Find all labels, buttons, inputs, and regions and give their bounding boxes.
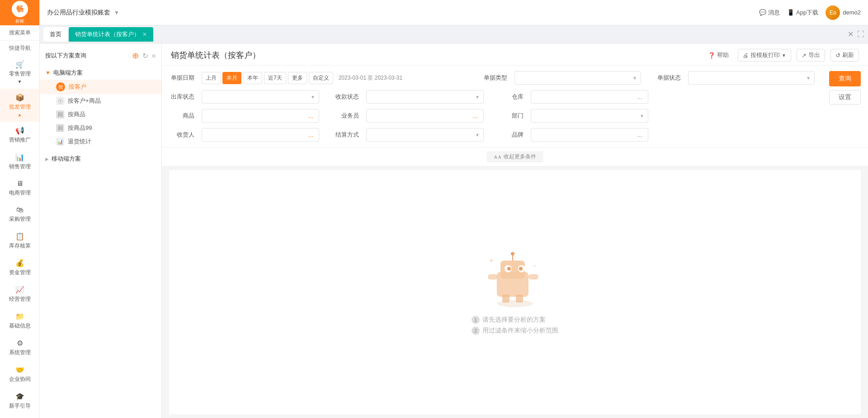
collapse-panel-icon[interactable]: « (152, 52, 156, 60)
user-profile[interactable]: Ea demo2 (826, 5, 861, 20)
sidebar-quick-nav[interactable]: 快捷导航 (0, 41, 39, 56)
sidebar-item-basics[interactable]: 📁 基础信息 (0, 308, 39, 334)
close-window-icon[interactable]: ✕ (848, 30, 854, 38)
message-button[interactable]: 💬 消息 (759, 9, 780, 17)
help-button[interactable]: ❓ 帮助 (704, 49, 732, 61)
empty-hint-2: 2 用过滤条件来缩小分析范围 (472, 327, 558, 335)
date-range-text: 2023-03-01 至 2023-03-31 (339, 74, 402, 82)
filter-and-buttons: 单据日期 上月 本月 本年 近7天 更多 自定义 2023-03-01 至 20… (162, 66, 868, 147)
print-button[interactable]: 🖨 按模板打印 ▼ (738, 49, 791, 62)
consignee-dots[interactable]: ... (306, 131, 315, 138)
topbar-title: 办公用品行业模拟账套 (47, 9, 110, 17)
tab-close-icon[interactable]: ✕ (142, 31, 147, 38)
brand-select[interactable]: ... (531, 128, 648, 142)
receipt-status-select[interactable]: ▼ (366, 90, 484, 104)
empty-illustration: ✦ ✦ (483, 247, 547, 310)
doc-type-label: 单据类型 (482, 74, 507, 82)
doc-status-label: 单据状态 (656, 74, 681, 82)
topbar: 办公用品行业模拟账套 ▼ 💬 消息 📱 App下载 Ea demo2 (40, 0, 868, 25)
refresh-button[interactable]: ↺ 刷新 (830, 49, 859, 62)
tree-child-goods99[interactable]: 回 按商品99 (40, 121, 161, 135)
out-status-select[interactable]: ▼ (202, 90, 319, 104)
tree-child-customer-goods[interactable]: ㊉ 按客户+商品 (40, 94, 161, 108)
staff-dots[interactable]: ... (471, 112, 480, 119)
doc-status-select[interactable]: ▼ (688, 71, 815, 85)
scheme-icon-text: 按 (58, 84, 63, 90)
query-button[interactable]: 查询 (829, 71, 861, 86)
settlement-select[interactable]: ▼ (366, 128, 484, 142)
doc-type-select[interactable]: ▼ (514, 71, 641, 85)
sidebar-item-appcenter[interactable]: 🔲 应用中心 (0, 414, 39, 418)
left-panel-actions: ⊕ ↻ « (132, 51, 156, 61)
sidebar-item-finance[interactable]: 💰 资金管理 (0, 254, 39, 281)
date-btn-this-year[interactable]: 本年 (243, 72, 262, 84)
goods-dots[interactable]: ... (306, 112, 315, 119)
tree-child-by-customer[interactable]: 按 按客户 (40, 80, 161, 94)
date-picker-group: 上月 本月 本年 近7天 更多 自定义 2023-03-01 至 2023-03… (202, 72, 467, 84)
date-btn-last-month[interactable]: 上月 (202, 72, 221, 84)
warehouse-select[interactable]: ... (531, 90, 648, 104)
dept-select[interactable]: ▼ (531, 109, 648, 123)
svg-rect-11 (502, 294, 509, 303)
date-btn-more[interactable]: 更多 (288, 72, 307, 84)
add-scheme-icon[interactable]: ⊕ (132, 51, 139, 61)
sidebar-item-purchase[interactable]: 🛍 采购管理 (0, 201, 39, 228)
receipt-status-arrow-icon: ▼ (475, 95, 480, 100)
search-menu-label[interactable]: 搜索菜单 (9, 29, 31, 36)
tab-home[interactable]: 首页 (43, 27, 68, 42)
warehouse-dots[interactable]: ... (635, 93, 644, 100)
sidebar-item-label: 批发管理 (9, 103, 31, 111)
filter-row-3: 商品 ... 业务员 ... 部门 ▼ (169, 109, 815, 123)
expand-icon: ▼ (18, 79, 22, 84)
tree-child-by-goods[interactable]: 回 按商品 (40, 108, 161, 121)
warehouse-label: 仓库 (498, 93, 524, 101)
maximize-icon[interactable]: ⛶ (857, 30, 864, 38)
settings-button[interactable]: 设置 (829, 90, 861, 104)
sidebar-item-guide[interactable]: 🎓 新手引导 (0, 388, 39, 414)
settlement-label: 结算方式 (334, 131, 359, 139)
sidebar-item-operations[interactable]: 📈 经营管理 (0, 281, 39, 308)
brand-dots[interactable]: ... (635, 131, 644, 138)
collapse-label: 收起更多条件 (504, 153, 536, 161)
empty-hint-1: 1 请先选择要分析的方案 (472, 316, 558, 324)
quick-nav-label[interactable]: 快捷导航 (9, 45, 31, 51)
dropdown-arrow-icon[interactable]: ▼ (114, 10, 119, 16)
left-panel-header: 按以下方案查询 ⊕ ↻ « (40, 47, 161, 64)
tree-child-label: 按客户+商品 (68, 97, 101, 105)
sidebar-item-sales[interactable]: 📊 销售管理 (0, 148, 39, 175)
consignee-select[interactable]: ... (202, 128, 319, 142)
sidebar-item-retail[interactable]: 🛒 零售管理 ▼ (0, 56, 39, 89)
refresh-scheme-icon[interactable]: ↻ (142, 52, 148, 60)
scheme-icon-goods99: 回 (56, 124, 64, 132)
print-icon: 🖨 (743, 52, 749, 59)
sidebar-item-marketing[interactable]: 📢 营销推广 (0, 122, 39, 148)
tab-sales-stats[interactable]: 销货单统计表（按客户） ✕ (69, 27, 153, 42)
sidebar-item-label: 系统管理 (9, 349, 31, 356)
sidebar-item-system[interactable]: ⚙ 系统管理 (0, 334, 39, 361)
staff-select[interactable]: ... (366, 109, 484, 123)
receipt-status-label: 收款状态 (334, 93, 359, 101)
sidebar: 畅 标账 搜索菜单 快捷导航 🛒 零售管理 ▼ 📦 批发管理 ▲ 📢 营销推广 … (0, 0, 40, 418)
svg-rect-9 (488, 274, 498, 280)
sidebar-item-enterprise[interactable]: 🤝 企业协同 (0, 361, 39, 388)
date-btn-7days[interactable]: 近7天 (264, 72, 286, 84)
tree-child-return-stats[interactable]: 📊 退货统计 (40, 135, 161, 148)
tree-parent-mobile[interactable]: ▶ 移动端方案 (40, 152, 161, 166)
app-download-button[interactable]: 📱 App下载 (787, 9, 818, 17)
collapse-button[interactable]: ∧∧ 收起更多条件 (486, 151, 543, 162)
sidebar-search[interactable]: 搜索菜单 (0, 25, 39, 41)
sidebar-item-ecommerce[interactable]: 🖥 电商管理 (0, 175, 39, 201)
goods-select[interactable]: ... (202, 109, 319, 123)
avatar-text: Ea (830, 10, 836, 16)
export-button[interactable]: ↗ 导出 (797, 49, 825, 62)
svg-point-0 (497, 300, 533, 307)
sidebar-item-wholesale[interactable]: 📦 批发管理 ▲ (0, 89, 39, 122)
sidebar-item-inventory[interactable]: 📋 库存核算 (0, 228, 39, 254)
scheme-icon-text: 📊 (57, 139, 63, 145)
data-area: ✦ ✦ 1 请先选择要分析的方案 2 (169, 170, 861, 414)
tree-parent-desktop[interactable]: ▼ 电脑端方案 (40, 66, 161, 80)
date-btn-this-month[interactable]: 本月 (222, 72, 241, 84)
date-btn-custom[interactable]: 自定义 (309, 72, 333, 84)
dept-label: 部门 (498, 112, 524, 120)
app-logo: 畅 标账 (0, 0, 39, 25)
